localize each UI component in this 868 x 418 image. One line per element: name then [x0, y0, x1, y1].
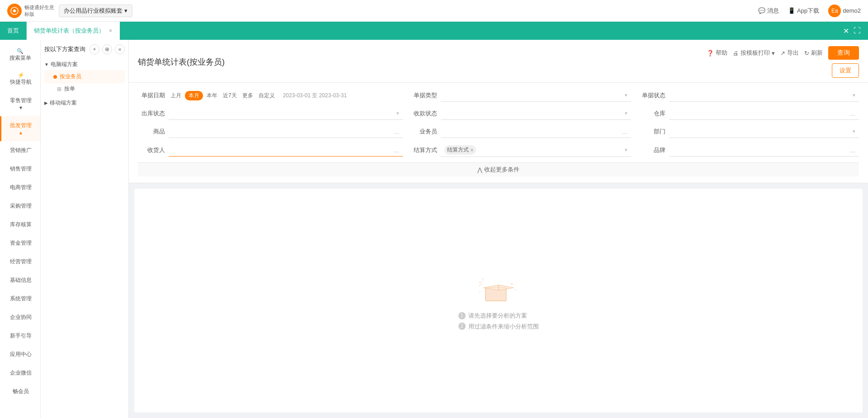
filter-actions: + ⊕ «	[90, 44, 125, 54]
salesperson-field: 业务员 ...	[410, 125, 631, 138]
nav-selector[interactable]: 办公用品行业模拟账套 ▾	[59, 5, 132, 17]
mobile-group-header[interactable]: ▶ 移动端方案	[44, 97, 125, 109]
query-btn[interactable]: 查询	[828, 46, 859, 60]
sidebar-item-ecommerce[interactable]: 电商管理	[0, 178, 40, 197]
sidebar-search[interactable]: 🔍 搜索菜单	[8, 43, 33, 66]
help-icon: ❓	[707, 50, 714, 57]
scheme-by-salesperson[interactable]: 按业务员	[44, 70, 125, 83]
date-tab-this-month[interactable]: 本月	[185, 91, 203, 100]
sidebar-item-finance[interactable]: 资金管理	[0, 234, 40, 252]
doc-status-control[interactable]: ▾	[669, 89, 859, 102]
active-dot-icon	[53, 75, 57, 79]
edit-scheme-btn[interactable]: ⊕	[102, 44, 112, 54]
logo-area: 畅捷通好生意 标版	[7, 4, 54, 18]
filter-sidebar: 按以下方案查询 + ⊕ « ▼ 电脑端方案 按业务员 ⊞ 按单	[41, 40, 129, 418]
sidebar-item-inventory[interactable]: 库存核算	[0, 215, 40, 234]
date-tab-custom[interactable]: 自定义	[257, 91, 277, 100]
logo-text: 畅捷通好生意 标版	[24, 4, 54, 17]
dropdown-arrow-icon: ▾	[396, 110, 399, 116]
goods-control[interactable]: ...	[169, 125, 403, 138]
date-field: 单据日期 上月 本月 本年 近7天 更多 自定义 2023-03-01 至 20…	[138, 91, 403, 100]
sidebar-item-operation[interactable]: 经营管理	[0, 252, 40, 271]
print-icon: 🖨	[733, 50, 739, 57]
refresh-btn[interactable]: ↻ 刷新	[804, 49, 823, 57]
step-2-icon: 2	[458, 323, 466, 330]
sidebar-item-corp[interactable]: 企业协同	[0, 308, 40, 327]
collapse-more-btn[interactable]: ⋀ 收起更多条件	[477, 166, 519, 174]
out-status-control[interactable]: ▾	[169, 107, 403, 120]
settings-btn[interactable]: 设置	[832, 63, 859, 78]
sidebar-item-system[interactable]: 系统管理	[0, 290, 40, 308]
tab-close-icon[interactable]: ×	[109, 28, 112, 34]
add-scheme-btn[interactable]: +	[90, 44, 99, 54]
receipt-status-control[interactable]: ▾	[441, 107, 631, 120]
doc-status-field: 单据状态 ▾	[638, 89, 859, 102]
topbar: 畅捷通好生意 标版 办公用品行业模拟账套 ▾ 💬 消息 📱 App下载 Ea d…	[0, 0, 868, 22]
receiver-label: 收货人	[138, 146, 165, 154]
goods-field: 商品 ...	[138, 125, 403, 138]
salesperson-label: 业务员	[410, 128, 437, 136]
svg-line-6	[481, 278, 483, 280]
salesperson-control[interactable]: ...	[441, 125, 631, 138]
settlement-label: 结算方式	[410, 146, 437, 154]
sidebar-item-corp-wechat[interactable]: 企业微信	[0, 364, 40, 382]
chevron-down-icon: ▾	[124, 7, 127, 14]
dropdown-arrow-icon: ▾	[625, 110, 627, 116]
collapse-sidebar-btn[interactable]: «	[115, 44, 125, 54]
chevron-icon: ▴	[19, 129, 22, 136]
brand-field: 品牌 ...	[638, 144, 859, 157]
doc-type-label: 单据类型	[410, 91, 437, 100]
help-btn[interactable]: ❓ 帮助	[707, 49, 727, 57]
sidebar-item-app-center[interactable]: 应用中心	[0, 345, 40, 364]
logo-icon	[7, 4, 22, 18]
topbar-left: 畅捷通好生意 标版 办公用品行业模拟账套 ▾	[7, 4, 132, 18]
collapse-icon: ⋀	[477, 166, 482, 173]
page-header: 销货单统计表(按业务员) ❓ 帮助 🖨 按模板打印 ▾	[129, 40, 868, 83]
refresh-icon: ↻	[804, 50, 809, 57]
doc-status-label: 单据状态	[638, 91, 665, 100]
settlement-clear-icon[interactable]: ×	[470, 147, 473, 153]
date-tab-7days[interactable]: 近7天	[221, 91, 239, 100]
brand-label: 品牌	[638, 146, 665, 154]
window-close-icon[interactable]: ✕	[843, 27, 849, 35]
date-tab-last-month[interactable]: 上月	[169, 91, 183, 100]
settlement-control[interactable]: 结算方式 × ▾	[441, 143, 631, 157]
sidebar-item-retail[interactable]: 零售管理 ▾	[0, 91, 40, 116]
message-btn[interactable]: 💬 消息	[758, 7, 779, 15]
receipt-status-label: 收款状态	[410, 109, 437, 118]
brand-control[interactable]: ...	[669, 144, 859, 157]
empty-step-2: 2 用过滤条件来缩小分析范围	[458, 321, 539, 332]
date-range: 2023-03-01 至 2023-03-31	[283, 92, 347, 100]
sidebar-item-basic[interactable]: 基础信息	[0, 271, 40, 290]
receiver-control[interactable]: ...	[169, 144, 403, 157]
window-expand-icon[interactable]: ⛶	[854, 27, 861, 35]
scheme-by-order[interactable]: ⊞ 按单	[44, 83, 125, 95]
print-arrow-icon: ▾	[772, 50, 775, 57]
tab-home[interactable]: 首页	[0, 22, 27, 40]
app-download-btn[interactable]: 📱 App下载	[788, 7, 819, 15]
date-tab-more[interactable]: 更多	[241, 91, 255, 100]
dept-control[interactable]: ▾	[669, 125, 859, 138]
date-control: 上月 本月 本年 近7天 更多 自定义 2023-03-01 至 2023-03…	[169, 91, 403, 100]
sidebar-item-sales[interactable]: 销售管理	[0, 160, 40, 178]
desktop-group-header[interactable]: ▼ 电脑端方案	[44, 59, 125, 70]
user-menu-btn[interactable]: Ea demo2	[828, 5, 861, 17]
mobile-scheme-group: ▶ 移动端方案	[44, 97, 125, 109]
sidebar-item-marketing[interactable]: 营销推广	[0, 141, 40, 160]
doc-type-control[interactable]: ▾	[441, 89, 631, 102]
sidebar-item-member[interactable]: 畅会员	[0, 382, 40, 401]
dropdown-arrow-icon: ▾	[625, 147, 627, 153]
template-print-btn[interactable]: 🖨 按模板打印 ▾	[733, 49, 775, 57]
export-btn[interactable]: ↗ 导出	[780, 49, 799, 57]
sidebar-item-wholesale[interactable]: 批发管理 ▴	[0, 116, 40, 141]
empty-step-1: 1 请先选择要分析的方案	[458, 310, 539, 321]
sidebar-item-purchase[interactable]: 采购管理	[0, 197, 40, 215]
tab-sales-stats[interactable]: 销货单统计表（按业务员） ×	[27, 22, 120, 40]
date-tab-this-year[interactable]: 本年	[205, 91, 219, 100]
warehouse-control[interactable]: ...	[669, 107, 859, 120]
step-1-icon: 1	[458, 312, 466, 319]
sidebar-item-newbie[interactable]: 新手引导	[0, 327, 40, 345]
expand-arrow-icon: ▼	[44, 62, 49, 67]
sidebar-nav-shortcut[interactable]: ⚡ 快捷导航	[0, 66, 40, 91]
filter-row-2: 出库状态 ▾ 收款状态 ▾ 仓库	[138, 107, 859, 120]
